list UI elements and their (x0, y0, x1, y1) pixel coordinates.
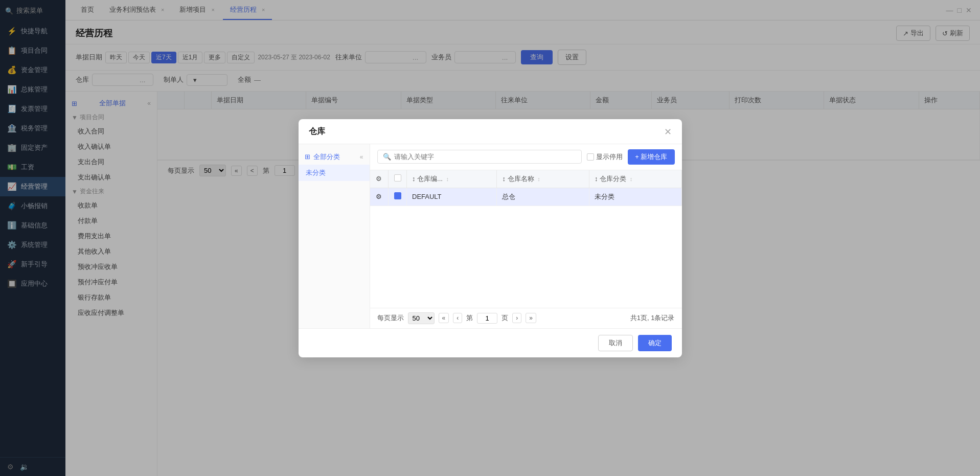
modal-left-title: 全部分类 (313, 152, 340, 162)
modal-page-first-btn[interactable]: « (439, 313, 449, 323)
modal-page-input[interactable] (477, 313, 497, 324)
modal-pagination: 每页显示 50 100 « ‹ 第 页 › » 共1页, 1条记录 (370, 308, 682, 328)
modal-toolbar: 🔍 显示停用 + 新增仓库 (370, 144, 682, 170)
modal-table: ⚙ ↕ 仓库编... ↕ ↕ 仓库名称 ↕ ↕ 仓库分类 ↕ ⚙ DEFAULT… (370, 170, 682, 206)
modal-header: 仓库 ✕ (299, 119, 682, 144)
modal-left-items: 未分类 (299, 165, 370, 181)
modal-per-page-label: 每页显示 (377, 313, 404, 323)
modal-table-wrap: ⚙ ↕ 仓库编... ↕ ↕ 仓库名称 ↕ ↕ 仓库分类 ↕ ⚙ DEFAULT… (370, 170, 682, 308)
add-warehouse-button[interactable]: + 新增仓库 (628, 149, 674, 165)
modal-total-text: 共1页, 1条记录 (630, 313, 675, 323)
modal-left-collapse-icon[interactable]: « (360, 153, 363, 161)
modal-table-body: ⚙ DEFAULT 总仓 未分类 (370, 188, 682, 206)
modal-left-icon: ⊞ (305, 153, 310, 161)
warehouse-modal: 仓库 ✕ ⊞ 全部分类 « 未分类 🔍 显示停用 (299, 119, 682, 357)
modal-search-input[interactable] (394, 153, 577, 161)
modal-page-last-btn[interactable]: » (526, 313, 536, 323)
modal-search-wrap: 🔍 (377, 150, 582, 164)
modal-th-code: ↕ 仓库编... ↕ (407, 170, 497, 188)
modal-left-header: ⊞ 全部分类 « (299, 149, 370, 165)
modal-actions: 取消 确定 (299, 328, 682, 357)
show-disabled-wrap: 显示停用 (587, 152, 623, 162)
modal-search-icon: 🔍 (383, 153, 391, 161)
modal-close-button[interactable]: ✕ (664, 126, 672, 138)
modal-left-item-unclassified[interactable]: 未分类 (299, 165, 370, 181)
modal-select-all-checkbox[interactable] (394, 174, 401, 182)
modal-confirm-button[interactable]: 确定 (638, 335, 672, 351)
modal-table-row[interactable]: ⚙ DEFAULT 总仓 未分类 (370, 188, 682, 206)
modal-title: 仓库 (309, 126, 325, 137)
row-category: 未分类 (589, 188, 681, 206)
modal-table-header: ⚙ ↕ 仓库编... ↕ ↕ 仓库名称 ↕ ↕ 仓库分类 ↕ (370, 170, 682, 188)
modal-page-prev-btn[interactable]: ‹ (453, 313, 462, 323)
modal-cancel-button[interactable]: 取消 (598, 335, 633, 351)
gear-th-icon: ⚙ (376, 175, 382, 183)
show-disabled-label: 显示停用 (596, 152, 623, 162)
modal-body: ⊞ 全部分类 « 未分类 🔍 显示停用 + 新增仓库 (299, 144, 682, 328)
modal-page-suffix: 页 (502, 313, 508, 323)
modal-per-page-select[interactable]: 50 100 (408, 312, 435, 324)
modal-right-panel: 🔍 显示停用 + 新增仓库 ⚙ ↕ 仓库编... ↕ ↕ (370, 144, 682, 328)
row-gear-icon[interactable]: ⚙ (370, 188, 389, 206)
modal-th-name: ↕ 仓库名称 ↕ (497, 170, 589, 188)
modal-th-gear: ⚙ (370, 170, 389, 188)
row-code: DEFAULT (407, 188, 497, 206)
row-checkbox[interactable] (389, 188, 407, 206)
show-disabled-checkbox[interactable] (587, 153, 594, 161)
modal-th-checkbox (389, 170, 407, 188)
modal-page-label: 第 (466, 313, 473, 323)
modal-left-panel: ⊞ 全部分类 « 未分类 (299, 144, 370, 328)
row-name: 总仓 (497, 188, 589, 206)
modal-th-category: ↕ 仓库分类 ↕ (589, 170, 681, 188)
modal-page-next-btn[interactable]: › (512, 313, 521, 323)
